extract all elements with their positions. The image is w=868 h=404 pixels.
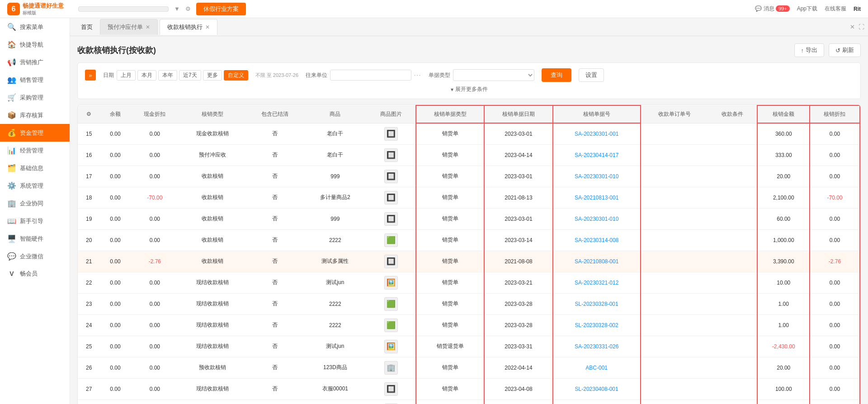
sidebar-item-quicknav[interactable]: 🏠 快捷导航 (0, 36, 70, 53)
logo-icon: 6 (7, 3, 20, 15)
col-bill-date: 核销单据日期 (484, 105, 552, 123)
sidebar-item-finance[interactable]: 💰 资金管理 (0, 124, 70, 142)
sidebar-item-member[interactable]: V 畅会员 (0, 265, 70, 282)
cell-writeoff-discount: 0.00 (810, 229, 860, 251)
cell-bill-no: SL-20230328-001 (553, 293, 641, 314)
cell-bill-date: 2023-03-14 (484, 229, 552, 251)
cell-receipt-condition (708, 357, 757, 378)
from-unit-ellipsis[interactable]: ··· (414, 72, 421, 78)
cell-writeoff-discount: 0.00 (810, 357, 860, 378)
sidebar-item-hardware[interactable]: 🖥️ 智能硬件 (0, 230, 70, 247)
cell-id: 20 (78, 229, 100, 251)
settings-btn[interactable]: 设置 (579, 68, 604, 82)
bill-type-select[interactable] (453, 69, 534, 81)
tab-close-all[interactable]: ✕ (850, 24, 855, 30)
cell-writeoff-type: 现金收款核销 (179, 123, 246, 144)
date-btn-more[interactable]: 更多 (203, 70, 222, 81)
page-actions: ↑ 导出 ↺ 刷新 (794, 43, 861, 57)
sidebar-item-marketing[interactable]: 📢 营销推广 (0, 53, 70, 71)
bill-no-link[interactable]: SA-20230301-010 (575, 216, 618, 222)
sidebar-item-enterprise[interactable]: 🏢 企业协同 (0, 195, 70, 212)
bill-no-link[interactable]: SA-20210808-001 (575, 258, 618, 265)
cell-bill-no: SL-20230408-001 (553, 378, 641, 399)
chevron-down-icon: ▾ (451, 86, 453, 93)
sidebar-label-operation: 经营管理 (20, 147, 43, 155)
date-btn-this-year[interactable]: 本年 (158, 70, 177, 81)
tab-prepay[interactable]: 预付冲应付单 ✕ (100, 19, 158, 35)
tab-receipt-close[interactable]: ✕ (205, 24, 210, 30)
sidebar-item-search[interactable]: 🔍 搜索菜单 (0, 18, 70, 36)
cell-bill-date: 2023-03-01 (484, 123, 552, 144)
sidebar-item-operation[interactable]: 📊 经营管理 (0, 142, 70, 159)
industry-btn[interactable]: 休假行业方案 (196, 3, 246, 15)
cell-writeoff-amount: 20.00 (757, 357, 810, 378)
filter-from-unit: 往来单位 ··· (306, 70, 421, 81)
bill-no-link[interactable]: SL-20230328-002 (575, 322, 618, 328)
cell-receipt-order-no (641, 293, 708, 314)
cell-cash-discount: 0.00 (131, 293, 179, 314)
cell-goods-img: 🟩 (367, 229, 416, 251)
refresh-btn[interactable]: ↺ 刷新 (829, 43, 861, 57)
sidebar-item-sales[interactable]: 👥 销售管理 (0, 71, 70, 89)
dropdown-arrow[interactable]: ▼ (174, 5, 180, 12)
bill-no-link[interactable]: SL-20230408-001 (575, 386, 618, 392)
cell-id: 16 (78, 144, 100, 166)
date-btn-last-month[interactable]: 上月 (117, 70, 136, 81)
cell-balance: 0.00 (100, 272, 130, 293)
from-unit-input[interactable] (330, 70, 411, 81)
tab-expand[interactable]: ⛶ (859, 24, 864, 30)
cell-writeoff-type: 收款核销 (179, 229, 246, 251)
cell-writeoff-discount: 0.00 (810, 123, 860, 144)
col-bill-category: 核销单据类型 (416, 105, 484, 123)
cell-writeoff-discount: 0.00 (810, 314, 860, 336)
cell-receipt-order-no (641, 144, 708, 166)
sidebar-item-basic[interactable]: 🗂️ 基础信息 (0, 159, 70, 177)
cell-cash-discount: 0.00 (131, 229, 179, 251)
tab-receipt[interactable]: 收款核销执行 ✕ (160, 19, 217, 35)
page-header: 收款核销执行(按收款) ↑ 导出 ↺ 刷新 (77, 43, 861, 57)
bill-no-link[interactable]: ABC-001 (585, 365, 608, 371)
settings-icon[interactable]: ⚙ (185, 5, 191, 12)
bill-no-link[interactable]: SA-20210813-001 (575, 195, 618, 201)
table-row: 21 0.00 -2.76 收款核销 否 测试多属性 🔲 销货单 2021-08… (78, 251, 860, 272)
sidebar-item-guide[interactable]: 📖 新手引导 (0, 212, 70, 230)
sidebar-item-wechat[interactable]: 💬 企业微信 (0, 247, 70, 265)
bill-no-link[interactable]: SA-20230301-001 (575, 131, 618, 137)
bill-no-link[interactable]: SA-20230414-017 (575, 152, 618, 158)
date-btn-7days[interactable]: 近7天 (179, 70, 201, 81)
date-btn-this-month[interactable]: 本月 (137, 70, 156, 81)
online-service-btn[interactable]: 在线客服 (825, 5, 846, 13)
cell-balance: 0.00 (100, 187, 130, 208)
sidebar-item-purchase[interactable]: 🛒 采购管理 (0, 89, 70, 106)
cell-bill-date: 2023-03-28 (484, 293, 552, 314)
filter-expand-arrow[interactable]: » (85, 70, 96, 81)
cell-goods-img: 🟩 (367, 399, 416, 404)
cell-writeoff-discount: -2.76 (810, 251, 860, 272)
date-btn-custom[interactable]: 自定义 (224, 70, 248, 81)
expand-more-btn[interactable]: ▾ 展开更多条件 (451, 86, 488, 93)
top-search[interactable] (78, 6, 169, 12)
query-btn[interactable]: 查询 (542, 68, 571, 82)
export-btn[interactable]: ↑ 导出 (794, 43, 825, 57)
bill-no-link[interactable]: SA-20230321-012 (575, 280, 618, 286)
col-settings[interactable]: ⚙ (78, 105, 100, 123)
bill-no-link[interactable]: SA-20230331-026 (575, 343, 618, 350)
tab-prepay-close[interactable]: ✕ (146, 24, 150, 30)
sidebar-item-system[interactable]: ⚙️ 系统管理 (0, 177, 70, 195)
cell-goods: 2222 (304, 229, 367, 251)
user-name[interactable]: Rit (854, 6, 861, 12)
sidebar-item-inventory[interactable]: 📦 库存核算 (0, 106, 70, 124)
col-includes-settled: 包含已结清 (246, 105, 304, 123)
sidebar: 🔍 搜索菜单 🏠 快捷导航 📢 营销推广 👥 销售管理 🛒 采购管理 📦 库存核… (0, 18, 70, 404)
bill-no-link[interactable]: SL-20230328-001 (575, 301, 618, 307)
app-name: 畅捷通谱好生意 (23, 2, 64, 10)
cell-writeoff-type: 收款核销 (179, 208, 246, 229)
cell-bill-no: SA-20230301-010 (553, 208, 641, 229)
sidebar-label-sales: 销售管理 (20, 76, 43, 84)
tab-home[interactable]: 首页 (74, 19, 100, 35)
bill-no-link[interactable]: SA-20230314-008 (575, 237, 618, 243)
bill-no-link[interactable]: SA-20230301-010 (575, 173, 618, 180)
app-download-btn[interactable]: App下载 (797, 5, 817, 13)
message-icon[interactable]: 💬 消息 99+ (755, 5, 789, 13)
cell-balance: 0.00 (100, 208, 130, 229)
